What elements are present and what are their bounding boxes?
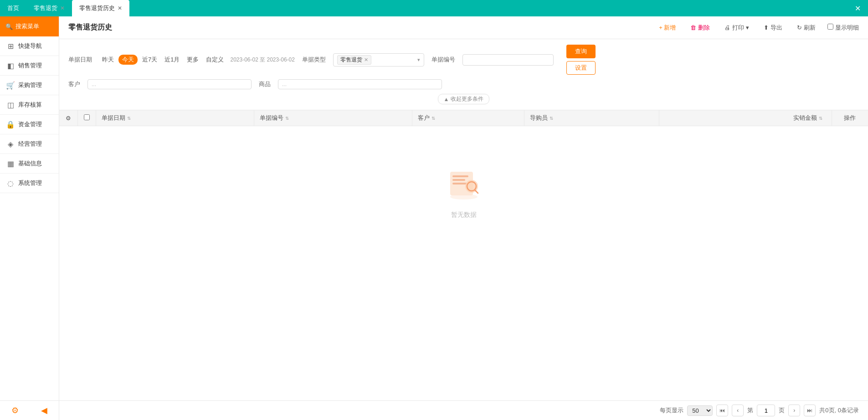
show-detail-label: 显示明细	[826, 24, 859, 32]
goods-field[interactable]: ...	[278, 79, 442, 89]
content-area: 零售退货历史 + 新增 🗑 删除 🖨 打印 ▾ ⬆ 导出 ↻	[59, 16, 868, 420]
right-action-btns: 查询 设置	[566, 45, 596, 75]
th-actions-label: 操作	[844, 114, 856, 121]
tab-retail-return-history-close[interactable]: ✕	[118, 5, 122, 11]
date-btn-today[interactable]: 今天	[118, 55, 138, 65]
th-doc-no-label: 单据编号	[260, 114, 283, 122]
date-btn-1month[interactable]: 近1月	[162, 55, 182, 65]
th-checkbox[interactable]	[77, 110, 96, 126]
doc-type-select[interactable]: 零售退货 ✕ ▾	[333, 53, 424, 67]
date-btn-custom[interactable]: 自定义	[203, 55, 226, 65]
tab-retail-return[interactable]: 零售退货 ✕	[26, 0, 72, 16]
table-header-row: ⚙ 单据日期 ⇅ 单据编号	[59, 110, 868, 126]
th-doc-no-sort-icon: ⇅	[285, 116, 289, 121]
first-page-button[interactable]: ⏮	[716, 405, 728, 416]
sidebar-search[interactable]: 🔍 搜索菜单	[0, 16, 59, 36]
sidebar-nav: ⊞ 快捷导航 ◧ 销售管理 🛒 采购管理 ◫ 库存核算 🔒 资金管理 ◈ 经营管	[0, 36, 59, 400]
page-size-select[interactable]: 20 50 100	[687, 405, 713, 416]
collapse-button[interactable]: ▲ 收起更多条件	[438, 94, 490, 104]
tab-retail-return-label: 零售退货	[34, 4, 57, 12]
sidebar-item-quick-nav-label: 快捷导航	[18, 42, 42, 50]
th-amount-label: 实销金额	[793, 114, 817, 122]
print-button[interactable]: 🖨 打印 ▾	[720, 22, 754, 34]
th-settings[interactable]: ⚙	[59, 110, 77, 126]
sidebar-item-system-mgmt[interactable]: ◌ 系统管理	[0, 174, 59, 193]
export-button[interactable]: ⬆ 导出	[759, 22, 787, 34]
tab-retail-return-close[interactable]: ✕	[60, 5, 65, 11]
date-btn-yesterday[interactable]: 昨天	[99, 55, 117, 65]
next-page-button[interactable]: ›	[788, 405, 800, 416]
sidebar-item-inventory-label: 库存核算	[18, 101, 42, 109]
tab-retail-return-history[interactable]: 零售退货历史 ✕	[72, 0, 129, 16]
search-icon: 🔍	[5, 23, 13, 30]
top-bar: 首页 零售退货 ✕ 零售退货历史 ✕ ✕	[0, 0, 868, 16]
window-close-icon[interactable]: ✕	[855, 4, 868, 13]
inventory-icon: ◫	[6, 101, 15, 109]
add-button[interactable]: + 新增	[654, 22, 680, 34]
sidebar-item-quick-nav[interactable]: ⊞ 快捷导航	[0, 36, 59, 56]
set-button[interactable]: 设置	[566, 61, 596, 75]
th-amount-sort-icon: ⇅	[819, 116, 822, 121]
tab-bar: 首页 零售退货 ✕ 零售退货历史 ✕	[0, 0, 855, 16]
date-btn-more[interactable]: 更多	[184, 55, 201, 65]
svg-rect-4	[452, 183, 467, 184]
sidebar-item-sales-mgmt[interactable]: ◧ 销售管理	[0, 56, 59, 76]
show-detail-checkbox[interactable]	[827, 24, 833, 30]
page-input[interactable]	[757, 405, 775, 416]
sidebar-item-basic-info[interactable]: ▦ 基础信息	[0, 154, 59, 174]
doc-type-label: 单据类型	[302, 56, 326, 64]
date-btn-7days[interactable]: 近7天	[139, 55, 160, 65]
th-doc-date-sort-icon: ⇅	[127, 116, 131, 121]
export-icon: ⬆	[764, 24, 769, 31]
collapse-text: 收起更多条件	[451, 95, 483, 103]
customer-label: 客户	[68, 80, 80, 88]
svg-rect-2	[452, 175, 468, 177]
collapse-sidebar-icon[interactable]: ◀	[41, 405, 47, 415]
svg-rect-3	[452, 179, 465, 181]
doc-type-chevron: ▾	[417, 57, 420, 63]
delete-icon: 🗑	[690, 24, 696, 31]
th-customer[interactable]: 客户 ⇅	[412, 110, 524, 126]
sidebar-item-operations[interactable]: ◈ 经营管理	[0, 134, 59, 154]
doc-no-input[interactable]	[462, 54, 554, 66]
settings-bottom-icon[interactable]: ⚙	[11, 405, 19, 415]
header-actions: + 新增 🗑 删除 🖨 打印 ▾ ⬆ 导出 ↻ 刷新	[654, 22, 859, 34]
goods-placeholder: ...	[282, 81, 287, 87]
page-size-label: 每页显示	[660, 406, 683, 415]
print-icon: 🖨	[724, 24, 730, 31]
customer-field[interactable]: ...	[87, 79, 252, 89]
filter-row-1: 单据日期 昨天 今天 近7天 近1月 更多 自定义 2023-06-02 至 2…	[68, 45, 859, 75]
tab-home-label: 首页	[7, 4, 19, 12]
select-all-checkbox[interactable]	[84, 114, 90, 120]
settings-icon: ⚙	[66, 115, 71, 122]
prev-page-button[interactable]: ‹	[732, 405, 744, 416]
th-guide-label: 导购员	[530, 114, 548, 122]
sidebar-item-inventory[interactable]: ◫ 库存核算	[0, 95, 59, 115]
date-shortcuts: 昨天 今天 近7天 近1月 更多 自定义 2023-06-02 至 2023-0…	[99, 55, 295, 65]
th-doc-date[interactable]: 单据日期 ⇅	[96, 110, 254, 126]
refresh-button[interactable]: ↻ 刷新	[792, 22, 820, 34]
quick-nav-icon: ⊞	[6, 42, 15, 50]
th-guide[interactable]: 导购员 ⇅	[524, 110, 659, 126]
collapse-row: ▲ 收起更多条件	[68, 94, 859, 104]
pagination-bar: 每页显示 20 50 100 ⏮ ‹ 第 页 › ⏭ 共0页, 0条记录	[59, 400, 868, 420]
sidebar-item-sales-label: 销售管理	[18, 61, 42, 70]
goods-label: 商品	[259, 80, 271, 88]
tab-home[interactable]: 首页	[0, 0, 26, 16]
doc-type-tag-text: 零售退货	[340, 56, 362, 64]
delete-button[interactable]: 🗑 删除	[686, 22, 714, 34]
print-label: 打印	[732, 24, 744, 32]
th-amount[interactable]: 实销金额 ⇅	[659, 110, 832, 126]
sidebar-item-finance[interactable]: 🔒 资金管理	[0, 115, 59, 134]
doc-type-tag-close[interactable]: ✕	[364, 57, 368, 63]
query-button[interactable]: 查询	[566, 45, 596, 58]
th-doc-no[interactable]: 单据编号 ⇅	[254, 110, 412, 126]
th-actions: 操作	[832, 110, 868, 126]
data-table: ⚙ 单据日期 ⇅ 单据编号	[59, 110, 868, 256]
page-label: 页	[779, 406, 785, 415]
sidebar-item-purchase-mgmt[interactable]: 🛒 采购管理	[0, 76, 59, 95]
page-header: 零售退货历史 + 新增 🗑 删除 🖨 打印 ▾ ⬆ 导出 ↻	[59, 16, 868, 39]
operations-icon: ◈	[6, 140, 15, 148]
last-page-button[interactable]: ⏭	[804, 405, 816, 416]
sidebar-bottom: ⚙ ◀	[0, 400, 59, 420]
